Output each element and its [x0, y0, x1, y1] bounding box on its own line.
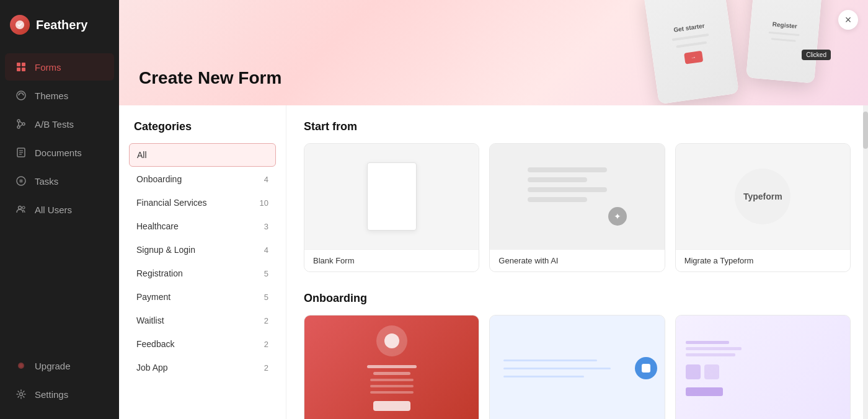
- template-preview-onboarding-3: [676, 315, 850, 419]
- category-count-feedback: 2: [264, 340, 268, 349]
- app-name: Feathery: [36, 18, 87, 32]
- ai-visual: ✦: [528, 167, 627, 226]
- svg-rect-2: [17, 68, 20, 71]
- template-preview-onboarding-2: [490, 315, 664, 419]
- gear-icon: [15, 388, 27, 400]
- template-card-blank[interactable]: Blank Form: [304, 143, 479, 272]
- sidebar-item-themes[interactable]: Themes: [5, 82, 114, 109]
- header-decoration: Get starter → Register Clicked: [558, 0, 868, 105]
- close-button[interactable]: ×: [838, 10, 858, 30]
- clicked-badge: Clicked: [802, 50, 831, 60]
- template-card-typeform[interactable]: Typeform Migrate a Typeform: [675, 143, 851, 272]
- sidebar-item-upgrade[interactable]: Upgrade: [5, 352, 114, 379]
- category-count-financial: 10: [260, 198, 268, 208]
- app-logo: Feathery: [0, 0, 119, 47]
- users-icon: [15, 203, 27, 216]
- category-label-signup: Signup & Login: [136, 245, 195, 255]
- template-label-ai: Generate with AI: [490, 249, 664, 271]
- svg-rect-3: [22, 68, 25, 71]
- sidebar-item-themes-label: Themes: [35, 90, 68, 101]
- ai-line-2: [528, 177, 587, 182]
- category-item-feedback[interactable]: Feedback 2: [129, 333, 276, 355]
- template-label-typeform: Migrate a Typeform: [676, 249, 850, 271]
- category-item-onboarding[interactable]: Onboarding 4: [129, 168, 276, 190]
- palette-icon: [15, 89, 27, 102]
- svg-point-19: [20, 180, 22, 182]
- category-label-financial: Financial Services: [136, 198, 207, 208]
- phone-mockup-2: Register: [746, 0, 823, 83]
- sidebar-item-upgrade-label: Upgrade: [35, 361, 71, 371]
- template-preview-typeform: Typeform: [676, 144, 850, 249]
- sidebar-item-forms-label: Forms: [35, 62, 61, 73]
- phone-mockup-1: Get starter →: [644, 0, 739, 104]
- svg-point-6: [22, 94, 24, 95]
- category-count-onboarding: 4: [264, 175, 268, 184]
- categories-panel: Categories All Onboarding 4 Financial Se…: [119, 105, 286, 419]
- sidebar-item-ab-tests[interactable]: A/B Tests: [5, 110, 114, 138]
- template-card-onboarding-3[interactable]: Onboarding 3: [675, 315, 851, 419]
- grid-icon: [15, 61, 27, 73]
- document-icon: [15, 146, 27, 159]
- blank-form-visual: [367, 162, 417, 231]
- category-item-signup[interactable]: Signup & Login 4: [129, 239, 276, 261]
- template-card-onboarding-1[interactable]: Onboarding 1: [304, 315, 479, 419]
- category-label-payment: Payment: [136, 292, 170, 302]
- template-card-ai[interactable]: ✦ Generate with AI: [489, 143, 665, 272]
- category-count-job-app: 2: [264, 363, 268, 373]
- category-item-all[interactable]: All: [129, 143, 276, 167]
- category-count-payment: 5: [264, 293, 268, 302]
- category-label-onboarding: Onboarding: [136, 174, 182, 184]
- category-count-healthcare: 3: [264, 222, 268, 231]
- category-label-feedback: Feedback: [136, 339, 174, 349]
- category-label-all: All: [137, 150, 147, 160]
- sidebar-item-settings-label: Settings: [35, 389, 68, 400]
- template-card-onboarding-2[interactable]: Onboarding 2: [489, 315, 665, 419]
- category-item-payment[interactable]: Payment 5: [129, 286, 276, 308]
- svg-point-8: [17, 126, 20, 128]
- ai-line-4: [528, 197, 587, 202]
- category-item-registration[interactable]: Registration 5: [129, 262, 276, 284]
- svg-line-12: [20, 125, 22, 126]
- sidebar-item-all-users[interactable]: All Users: [5, 196, 114, 223]
- sidebar-bottom: Upgrade Settings: [0, 346, 119, 419]
- svg-point-23: [19, 364, 23, 368]
- svg-point-21: [22, 206, 25, 209]
- template-preview-onboarding-1: [304, 315, 479, 419]
- category-label-healthcare: Healthcare: [136, 221, 179, 231]
- svg-rect-0: [17, 63, 20, 66]
- typeform-visual: Typeform: [735, 169, 790, 224]
- category-label-waitlist: Waitlist: [136, 315, 164, 325]
- category-item-job-app[interactable]: Job App 2: [129, 356, 276, 379]
- svg-point-7: [17, 120, 20, 122]
- svg-rect-1: [22, 63, 25, 66]
- sidebar-item-tasks[interactable]: Tasks: [5, 167, 114, 195]
- modal-body: Categories All Onboarding 4 Financial Se…: [119, 105, 868, 419]
- svg-point-9: [22, 123, 25, 125]
- svg-line-11: [20, 121, 22, 123]
- sidebar-item-documents-label: Documents: [35, 148, 82, 158]
- sidebar-item-all-users-label: All Users: [35, 205, 72, 215]
- modal-header: Create New Form Get starter → Register: [119, 0, 868, 105]
- category-label-job-app: Job App: [136, 363, 168, 373]
- template-label-blank: Blank Form: [304, 249, 479, 271]
- modal-title: Create New Form: [139, 68, 281, 88]
- start-from-title: Start from: [304, 120, 851, 133]
- sidebar-item-ab-tests-label: A/B Tests: [35, 119, 74, 130]
- gem-icon: [15, 359, 27, 372]
- ai-cursor: ✦: [608, 207, 627, 226]
- sidebar-item-documents[interactable]: Documents: [5, 139, 114, 166]
- sidebar-item-settings[interactable]: Settings: [5, 381, 114, 408]
- onboarding-grid: Onboarding 1: [304, 315, 851, 419]
- category-item-waitlist[interactable]: Waitlist 2: [129, 309, 276, 332]
- sidebar: Feathery Forms: [0, 0, 119, 419]
- scroll-thumb: [863, 112, 868, 149]
- category-item-healthcare[interactable]: Healthcare 3: [129, 215, 276, 237]
- create-form-modal: Create New Form Get starter → Register: [119, 0, 868, 419]
- svg-point-24: [20, 393, 23, 396]
- category-item-financial[interactable]: Financial Services 10: [129, 192, 276, 214]
- svg-point-20: [19, 206, 22, 210]
- templates-panel: Start from Blank Form: [286, 105, 868, 419]
- category-label-registration: Registration: [136, 268, 183, 278]
- sidebar-item-forms[interactable]: Forms: [5, 53, 114, 81]
- svg-point-5: [19, 94, 20, 95]
